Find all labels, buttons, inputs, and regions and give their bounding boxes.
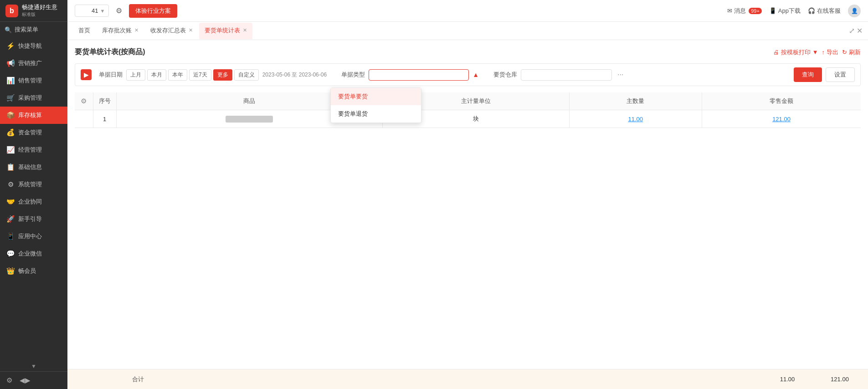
tab-home[interactable]: 首页 — [73, 23, 96, 39]
nav-label: 应用中心 — [18, 232, 42, 241]
avatar-placeholder: 👤 — [851, 8, 858, 14]
amount-link[interactable]: 121.00 — [772, 116, 791, 123]
cur-year-btn[interactable]: 本年 — [168, 69, 187, 81]
refresh-btn-label: 刷新 — [849, 48, 861, 56]
more-options-icon[interactable]: ··· — [617, 71, 623, 79]
sidebar-item-enterprise[interactable]: 🤝 企业协同 — [0, 193, 67, 210]
sidebar-item-operation[interactable]: 📈 经营管理 — [0, 141, 67, 159]
filter-settings-button[interactable]: 设置 — [826, 67, 855, 82]
sidebar-nav: ⚡ 快捷导航 📢 营销推广 📊 销售管理 🛒 采购管理 📦 库存核算 💰 资金管… — [0, 37, 67, 361]
row-settings-cell — [75, 110, 93, 128]
service-label: 在线客服 — [817, 7, 841, 15]
marketing-icon: 📢 — [6, 59, 15, 67]
nav-label: 企业协同 — [18, 198, 42, 206]
tab-summary-close[interactable]: ✕ — [189, 27, 193, 33]
app-download-group[interactable]: 📱 App下载 — [769, 7, 801, 15]
export-button[interactable]: ↑ 导出 — [822, 48, 839, 56]
store-selector[interactable]: 41 ▼ — [75, 5, 109, 17]
sidebar-item-basic[interactable]: 📋 基础信息 — [0, 159, 67, 176]
row-qty-cell: 11.00 — [569, 110, 702, 128]
sidebar-item-sales[interactable]: 📊 销售管理 — [0, 72, 67, 89]
more-btn[interactable]: 更多 — [213, 69, 232, 81]
tab-order-stats[interactable]: 要货单统计表 ✕ — [199, 23, 252, 39]
app-title: 畅捷通好生意 — [22, 4, 57, 11]
print-button[interactable]: 🖨 按模板打印 ▼ — [773, 48, 818, 56]
store-id: 41 — [92, 7, 98, 14]
tab-close-all-icon[interactable]: ✕ — [857, 26, 863, 35]
chevron-down-icon: ▼ — [31, 363, 36, 369]
tab-batch-close[interactable]: ✕ — [134, 27, 139, 33]
sidebar-item-system[interactable]: ⚙ 系统管理 — [0, 176, 67, 193]
qty-link[interactable]: 11.00 — [628, 116, 643, 123]
export-btn-label: 导出 — [827, 48, 838, 56]
service-group[interactable]: 🎧 在线客服 — [808, 7, 841, 15]
dropdown-item-order-return[interactable]: 要货单退货 — [331, 105, 421, 123]
tab-order-stats-close[interactable]: ✕ — [243, 27, 247, 33]
settings-bottom-icon[interactable]: ⚙ — [6, 376, 12, 384]
table-header-row: ⚙ 序号 商品 主计量单位 主数量 零售金额 — [75, 92, 861, 110]
app-logo-icon: b — [5, 5, 18, 17]
search-icon: 🔍 — [5, 26, 12, 33]
refresh-button[interactable]: ↻ 刷新 — [842, 48, 861, 56]
cur-month-btn[interactable]: 本月 — [147, 69, 166, 81]
table-row: 1 ██████ 块 11.00 — [75, 110, 861, 128]
total-label: 合计 — [132, 375, 144, 384]
sidebar-item-quick-nav[interactable]: ⚡ 快捷导航 — [0, 37, 67, 55]
footer-spacer — [75, 128, 861, 155]
trial-button[interactable]: 体验行业方案 — [129, 4, 177, 18]
sidebar-item-purchase[interactable]: 🛒 采购管理 — [0, 89, 67, 107]
nav-label: 企业微信 — [18, 250, 42, 258]
sidebar-item-wechat[interactable]: 💬 企业微信 — [0, 245, 67, 262]
sidebar-item-member[interactable]: 👑 畅会员 — [0, 262, 67, 280]
row-num-cell: 1 — [93, 110, 116, 128]
nav-label: 资金管理 — [18, 128, 42, 137]
user-avatar[interactable]: 👤 — [848, 5, 861, 17]
content-area: 要货单统计表(按商品) 🖨 按模板打印 ▼ ↑ 导出 ↻ 刷新 — [67, 40, 868, 389]
nav-label: 销售管理 — [18, 77, 42, 85]
goods-blurred: ██████ — [226, 116, 272, 123]
sidebar-item-marketing[interactable]: 📢 营销推广 — [0, 55, 67, 72]
tab-summary[interactable]: 收发存汇总表 ✕ — [145, 23, 198, 39]
system-icon: ⚙ — [6, 180, 15, 189]
sidebar-item-inventory[interactable]: 📦 库存核算 — [0, 107, 67, 124]
print-icon: 🖨 — [773, 49, 779, 56]
main-area: 41 ▼ ⚙ 体验行业方案 ✉ 消息 99+ 📱 App下载 🎧 在线客服 — [67, 0, 868, 389]
expand-filter-button[interactable]: ▶ — [81, 69, 92, 80]
settings-button[interactable]: ⚙ — [113, 5, 125, 17]
warehouse-input[interactable] — [521, 69, 612, 81]
last-7-days-btn[interactable]: 近7天 — [189, 69, 211, 81]
tab-batch[interactable]: 库存批次账 ✕ — [97, 23, 144, 39]
nav-label: 采购管理 — [18, 94, 42, 102]
data-table: ⚙ 序号 商品 主计量单位 主数量 零售金额 — [75, 92, 861, 128]
table-settings-icon[interactable]: ⚙ — [81, 97, 87, 105]
dropdown-item-order-goods[interactable]: 要货单要货 — [331, 88, 421, 105]
sidebar-scroll-down[interactable]: ▼ — [0, 361, 67, 371]
nav-label: 库存核算 — [18, 111, 42, 119]
gear-icon: ⚙ — [116, 6, 122, 15]
sidebar-item-finance[interactable]: 💰 资金管理 — [0, 124, 67, 141]
message-group[interactable]: ✉ 消息 99+ — [727, 7, 762, 15]
custom-btn[interactable]: 自定义 — [234, 69, 259, 81]
appcenter-icon: 📱 — [6, 232, 15, 241]
type-input[interactable] — [369, 69, 469, 81]
prev-month-btn[interactable]: 上月 — [126, 69, 145, 81]
sidebar-item-guide[interactable]: 🚀 新手引导 — [0, 210, 67, 228]
filter-actions: 查询 设置 — [794, 67, 855, 82]
col-settings: ⚙ — [75, 92, 93, 110]
sidebar-logo: b 畅捷通好生意 标准版 — [0, 0, 67, 22]
chevron-up-icon[interactable]: ▲ — [473, 71, 479, 78]
collapse-icon[interactable]: ◀▶ — [20, 376, 31, 384]
total-qty: 11.00 — [758, 376, 817, 383]
tab-expand-icon[interactable]: ⤢ — [849, 26, 855, 35]
inventory-icon: 📦 — [6, 111, 15, 119]
app-logo-text: 畅捷通好生意 标准版 — [22, 4, 57, 18]
export-icon: ↑ — [822, 49, 825, 56]
headset-icon: 🎧 — [808, 7, 815, 14]
expand-icon: ▶ — [84, 71, 89, 78]
nav-label: 经营管理 — [18, 146, 42, 154]
search-menu[interactable]: 🔍 搜索菜单 — [0, 22, 67, 37]
total-amount: 121.00 — [817, 376, 863, 383]
type-label: 单据类型 — [341, 71, 365, 79]
sidebar-item-appcenter[interactable]: 📱 应用中心 — [0, 228, 67, 245]
query-button[interactable]: 查询 — [794, 67, 822, 82]
